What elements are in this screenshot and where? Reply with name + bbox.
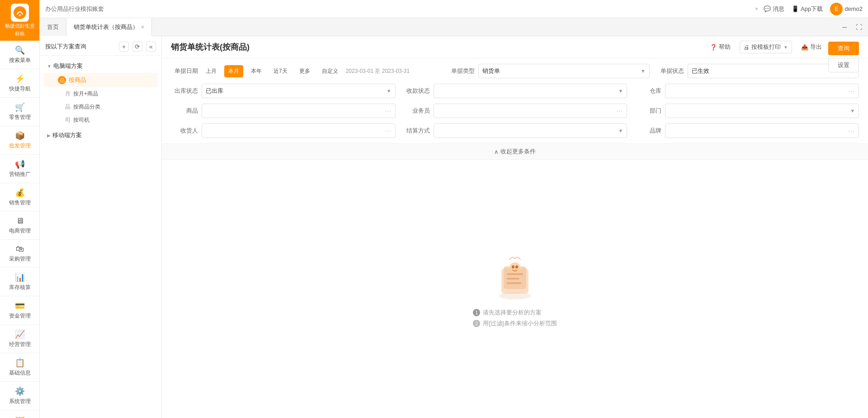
help-btn[interactable]: ❓ 帮助	[706, 41, 734, 53]
doc-type-input[interactable]: 销货单 ▼	[478, 64, 650, 78]
tab-active[interactable]: 销货单统计表（按商品） ×	[66, 18, 152, 36]
content-area: 按以下方案查询 + ⟳ « ▼ 电脑端方案 品 按商品	[40, 36, 868, 418]
warehouse-label: 仓库	[634, 87, 661, 95]
app-download-btn[interactable]: 📱 App下载	[792, 5, 823, 13]
filter-panel-actions: + ⟳ «	[119, 42, 156, 52]
query-panel: 销货单统计表(按商品) ❓ 帮助 🖨 按模板打印 ▼ 📤	[162, 36, 868, 418]
date-cur-btn[interactable]: 本月	[224, 65, 243, 77]
dept-label: 部门	[634, 107, 661, 115]
tab-home[interactable]: 首页	[40, 18, 66, 36]
sidebar-item-quick[interactable]: ⚡ 快捷导航	[0, 69, 39, 98]
tip-item-2: 2 用[过滤]条件来缩小分析范围	[473, 319, 557, 328]
driver-icon: 司	[65, 116, 71, 124]
staff-input[interactable]: ···	[434, 104, 627, 118]
date-prev-btn[interactable]: 上月	[202, 65, 221, 77]
settings-button[interactable]: 设置	[828, 58, 859, 72]
sidebar-item-marketing[interactable]: 📢 营销推广	[0, 155, 39, 183]
print-btn[interactable]: 🖨 按模板打印 ▼	[740, 41, 792, 53]
warehouse-input[interactable]: ···	[665, 84, 859, 98]
tab-close-icon[interactable]: ×	[141, 24, 144, 30]
tip-item-1: 1 请先选择要分析的方案	[473, 309, 557, 317]
collapse-bar[interactable]: ∧ 收起更多条件	[162, 144, 868, 160]
sidebar-item-wholesale[interactable]: 📦 批发管理	[0, 126, 39, 155]
collapse-panel-btn[interactable]: «	[146, 42, 156, 52]
sidebar-label-finance: 资金管理	[9, 312, 31, 320]
query-button[interactable]: 查询	[828, 42, 859, 55]
sidebar-label-system: 系统管理	[9, 398, 31, 405]
tip-text-1: 请先选择要分析的方案	[483, 309, 542, 317]
tab-expand-btn[interactable]: ⛶	[854, 22, 864, 33]
tree-item-goods[interactable]: 品 按商品	[43, 73, 158, 87]
pc-group-header[interactable]: ▼ 电脑端方案	[43, 59, 158, 73]
svg-point-1	[19, 14, 21, 16]
out-status-dropdown-icon: ▼	[387, 88, 392, 94]
dept-dropdown-icon: ▼	[850, 108, 855, 114]
dept-input[interactable]: ▼	[665, 104, 859, 118]
query-header: 销货单统计表(按商品) ❓ 帮助 🖨 按模板打印 ▼ 📤	[162, 36, 868, 58]
sidebar-label-inventory: 库存核算	[9, 284, 31, 291]
tree-sub-category[interactable]: 品 按商品分类	[43, 100, 158, 114]
topbar-actions: 💬 消息 📱 App下载 E demo2	[764, 3, 863, 15]
tab-minimize-btn[interactable]: ─	[839, 22, 850, 33]
settle-label: 结算方式	[403, 127, 430, 135]
doc-type-field: 单据类型 销货单 ▼	[448, 64, 650, 78]
user-area[interactable]: E demo2	[830, 3, 863, 15]
mobile-group-header[interactable]: ▶ 移动端方案	[43, 128, 158, 142]
sidebar-item-sales[interactable]: 💰 销售管理	[0, 183, 39, 212]
date-7-btn[interactable]: 近7天	[269, 65, 292, 77]
mobile-group-arrow: ▶	[47, 133, 51, 138]
sidebar-item-collab[interactable]: 🤝 企业协同	[0, 410, 39, 418]
tip-num-1: 1	[473, 309, 480, 316]
sidebar-item-purchase[interactable]: 🛍 采购管理	[0, 240, 39, 268]
sidebar-item-ecom[interactable]: 🖥 电商管理	[0, 212, 39, 240]
sidebar-item-finance[interactable]: 💳 资金管理	[0, 296, 39, 325]
settle-input[interactable]: ▼	[434, 124, 627, 138]
print-dropdown-icon: ▼	[783, 45, 788, 50]
out-status-field: 出库状态 已出库 ▼	[171, 84, 396, 98]
sidebar-label-sales: 销售管理	[9, 199, 31, 207]
tree-sub-category-label: 按商品分类	[73, 103, 100, 111]
sidebar-item-ops[interactable]: 📈 经营管理	[0, 325, 39, 353]
sidebar-item-inventory[interactable]: 📊 库存核算	[0, 268, 39, 296]
sidebar-item-base[interactable]: 📋 基础信息	[0, 353, 39, 382]
topbar-divider: ▾	[755, 5, 758, 12]
help-label: 帮助	[719, 43, 731, 51]
help-icon: ❓	[710, 44, 717, 51]
doc-type-label: 单据类型	[448, 67, 475, 75]
collect-status-field: 收款状态 ▼	[403, 84, 627, 98]
tip-text-2: 用[过滤]条件来缩小分析范围	[483, 319, 557, 328]
filter-tree: ▼ 电脑端方案 品 按商品 月 按月+商品 品 按商品分类	[40, 56, 161, 418]
message-btn[interactable]: 💬 消息	[764, 5, 784, 13]
add-scheme-btn[interactable]: +	[119, 42, 129, 52]
warehouse-dots-icon: ···	[848, 87, 855, 95]
date-filter: 上月 本月 本年 近7天 更多 自定义 2023-03-01 至 2023-03…	[202, 65, 410, 77]
sidebar-label-wholesale: 批发管理	[9, 142, 31, 150]
sidebar-item-retail[interactable]: 🛒 零售管理	[0, 98, 39, 126]
print-icon: 🖨	[744, 44, 750, 51]
refresh-scheme-btn[interactable]: ⟳	[132, 42, 142, 52]
collect-status-label: 收款状态	[403, 87, 430, 95]
sidebar-item-system[interactable]: ⚙️ 系统管理	[0, 382, 39, 410]
collect-status-input[interactable]: ▼	[434, 84, 627, 98]
tabbar: 首页 销货单统计表（按商品） × ─ ⛶	[40, 18, 868, 36]
out-status-input[interactable]: 已出库 ▼	[202, 84, 396, 98]
svg-rect-5	[507, 273, 523, 275]
receiver-dots-icon: ···	[385, 127, 392, 134]
doc-status-value: 已生效	[692, 67, 709, 75]
receiver-input[interactable]: ···	[202, 124, 396, 138]
tabbar-right: ─ ⛶	[839, 22, 868, 33]
tree-sub-month-goods[interactable]: 月 按月+商品	[43, 87, 158, 100]
brand-input[interactable]: ···	[665, 124, 859, 138]
message-icon: 💬	[764, 5, 771, 12]
export-btn[interactable]: 📤 导出	[797, 41, 826, 53]
tree-sub-driver[interactable]: 司 按司机	[43, 114, 158, 127]
goods-field: 商品 ···	[171, 104, 396, 118]
date-year-btn[interactable]: 本年	[247, 65, 266, 77]
goods-input[interactable]: ···	[202, 104, 396, 118]
empty-icon	[488, 251, 542, 305]
ops-nav-icon: 📈	[15, 329, 25, 339]
settle-dropdown-icon: ▼	[618, 128, 623, 133]
date-more-btn[interactable]: 更多	[295, 65, 314, 77]
sidebar-item-search[interactable]: 🔍 搜索菜单	[0, 41, 39, 69]
date-custom-btn[interactable]: 自定义	[318, 65, 342, 77]
